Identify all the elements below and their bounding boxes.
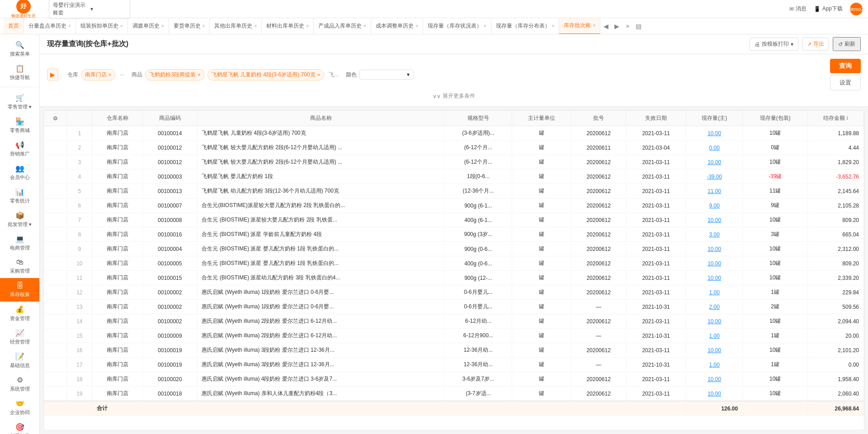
row-stock-main[interactable]: 10.00: [686, 343, 743, 358]
product-more[interactable]: 飞...: [327, 71, 340, 79]
tab-tiao-bo[interactable]: 调拨单历史 ×: [128, 18, 169, 34]
sidebar-item-marketing[interactable]: 📢 营销推广: [0, 137, 39, 160]
row-stock-main[interactable]: 10.00: [686, 256, 743, 271]
info-icon[interactable]: ℹ: [846, 115, 848, 121]
close-icon[interactable]: ×: [120, 24, 123, 28]
sidebar-item-system[interactable]: ⚙ 系统管理: [0, 372, 39, 396]
product-tag-0[interactable]: 飞鹤奶粉3段两提装 ×: [145, 69, 204, 80]
close-icon[interactable]: ×: [363, 24, 366, 28]
sidebar-item-mall[interactable]: 🏪 零售商城: [0, 113, 39, 137]
tab-home[interactable]: 首页: [4, 18, 24, 34]
purchase-icon: 🛍: [16, 258, 24, 266]
close-icon[interactable]: ×: [161, 24, 164, 28]
row-stock-main[interactable]: 10.00: [686, 314, 743, 329]
sidebar-item-label: 零售统计: [10, 198, 30, 204]
sidebar-item-purchase[interactable]: 🛍 采购管理: [0, 255, 39, 278]
row-stock-main[interactable]: 10.00: [686, 155, 743, 170]
sidebar-item-label: 营销推广: [10, 151, 30, 157]
refresh-btn[interactable]: ↺ 刷新: [833, 37, 861, 51]
tab-close-btn[interactable]: ×: [622, 18, 633, 34]
sidebar-item-shortcut[interactable]: 📋 快捷导航: [0, 61, 39, 84]
sidebar-item-guide[interactable]: 🎯 新手引导: [0, 419, 39, 434]
message-btn[interactable]: ✉ 消息: [789, 5, 807, 13]
tab-material[interactable]: 材料出库单历史 ×: [262, 18, 314, 34]
table-row: 7 南库门店 00100008 合生元 (BIOSTIME) 派星较大婴儿配方奶…: [44, 213, 864, 227]
sidebar-item-inventory[interactable]: 🗄 库存核算: [0, 278, 39, 302]
tab-next-btn[interactable]: ▶: [611, 18, 622, 34]
row-stock-main[interactable]: 1.00: [686, 358, 743, 372]
product-remove-icon[interactable]: ×: [198, 72, 200, 77]
sidebar-item-finance[interactable]: 💰 资金管理: [0, 302, 39, 325]
expand-more-row[interactable]: ∨∨ 展开更多条件: [47, 90, 861, 102]
sidebar-item-ops[interactable]: 📈 经营管理: [0, 325, 39, 349]
settings-btn[interactable]: 设置: [830, 75, 861, 90]
tab-stock-status[interactable]: 现存量（库存状况表） ×: [423, 18, 491, 34]
sidebar-item-corp[interactable]: 🤝 企业协同: [0, 396, 39, 419]
tab-fen-pan[interactable]: 分量盘点单历史 ×: [24, 18, 76, 34]
row-stock-main[interactable]: 3.00: [686, 227, 743, 242]
tab-expand-btn[interactable]: ▤: [633, 18, 644, 34]
row-stock-main[interactable]: 10.00: [686, 126, 743, 141]
template-print-btn[interactable]: 🖨 按模板打印 ▾: [750, 38, 798, 51]
user-avatar-area[interactable]: demo2: [850, 3, 863, 15]
product-tag-text: 飞鹤奶粉3段两提装: [149, 71, 196, 79]
product-remove-icon[interactable]: ×: [317, 72, 320, 77]
tab-stock-dist[interactable]: 现存量（库存分布表） ×: [491, 18, 560, 34]
row-stock-main[interactable]: -39.00: [686, 170, 743, 184]
sidebar-item-wholesale[interactable]: 📦 批发管理 ▾: [0, 208, 39, 231]
row-stock-main[interactable]: 10.00: [686, 213, 743, 227]
row-stock-main[interactable]: 9.00: [686, 198, 743, 213]
tab-zu-chai[interactable]: 组装拆卸单历史 ×: [76, 18, 128, 34]
row-stock-main[interactable]: 2.00: [686, 300, 743, 314]
sidebar-item-basic[interactable]: 📝 基础信息: [0, 349, 39, 372]
table-row: 12 南库门店 00100002 惠氏启赋 (Wyeth illuma) 1段奶…: [44, 285, 864, 300]
color-dropdown[interactable]: ▾: [359, 70, 414, 80]
tab-cost[interactable]: 成本调整单历史 ×: [371, 18, 423, 34]
row-unit: 罐: [512, 170, 571, 184]
query-btn[interactable]: 查询: [830, 59, 861, 73]
row-stock-main[interactable]: 0.00: [686, 141, 743, 155]
tab-batch[interactable]: 库存批次账 ×: [559, 18, 600, 34]
sidebar-item-label: 库存核算: [10, 291, 30, 298]
row-stock-main[interactable]: 10.00: [686, 372, 743, 387]
warehouse-more[interactable]: ···: [118, 71, 126, 78]
close-icon[interactable]: ×: [593, 23, 595, 28]
row-stock-main[interactable]: 1.00: [686, 285, 743, 300]
row-stock-main[interactable]: 10.00: [686, 271, 743, 285]
close-icon[interactable]: ×: [68, 24, 71, 28]
close-icon[interactable]: ×: [203, 24, 205, 28]
app-download-btn[interactable]: 📱 App下载: [814, 5, 843, 13]
close-icon[interactable]: ×: [552, 24, 555, 28]
row-balance: 809.20: [808, 256, 864, 271]
company-selector[interactable]: 母婴行业演示账套 ▾: [49, 0, 130, 19]
close-icon[interactable]: ×: [254, 24, 257, 28]
sidebar-item-stat[interactable]: 📊 零售统计: [0, 184, 39, 208]
table-row: 16 南库门店 00100019 惠氏启赋 (Wyeth illuma) 3段奶…: [44, 343, 864, 358]
row-stock-main[interactable]: 10.00: [686, 387, 743, 401]
row-stock-main[interactable]: 11.00: [686, 184, 743, 198]
row-stock-main[interactable]: 1.00: [686, 329, 743, 343]
sidebar-item-search[interactable]: 🔍 搜索英单: [0, 37, 39, 61]
system-icon: ⚙: [17, 376, 23, 384]
close-icon[interactable]: ×: [415, 24, 418, 28]
product-tag-1[interactable]: 飞鹤星飞帆 儿童奶粉 4段(3-6岁适用) 700克 ×: [208, 69, 324, 80]
close-icon[interactable]: ×: [484, 24, 486, 28]
sidebar-item-member[interactable]: 👥 会员中心: [0, 160, 39, 184]
close-icon[interactable]: ×: [306, 24, 309, 28]
tab-product-in[interactable]: 产成品入库单历史 ×: [314, 18, 371, 34]
tab-prev-btn[interactable]: ◀: [600, 18, 611, 34]
filter-area: ▶ 仓库 南库门店 × ··· 商品 飞鹤奶粉3段两提装: [40, 54, 868, 107]
col-setting[interactable]: ⚙: [44, 111, 67, 126]
sidebar-item-ecom[interactable]: 💻 电商管理: [0, 231, 39, 255]
row-stock-main[interactable]: 10.00: [686, 242, 743, 256]
row-code: 00100007: [142, 198, 197, 213]
warehouse-remove-icon[interactable]: ×: [108, 72, 111, 77]
expand-arrow-btn[interactable]: ▶: [47, 69, 58, 80]
tab-yao-huo[interactable]: 要货单历史 ×: [169, 18, 210, 34]
row-unit: 罐: [512, 372, 571, 387]
sidebar-item-retail[interactable]: 🛒 零售管理 ▾: [0, 90, 39, 113]
finance-icon: 💰: [15, 305, 24, 314]
tab-other-out[interactable]: 其他出库单历史 ×: [210, 18, 262, 34]
warehouse-tag[interactable]: 南库门店 ×: [81, 69, 115, 80]
export-btn[interactable]: ↗ 导出: [802, 38, 829, 51]
